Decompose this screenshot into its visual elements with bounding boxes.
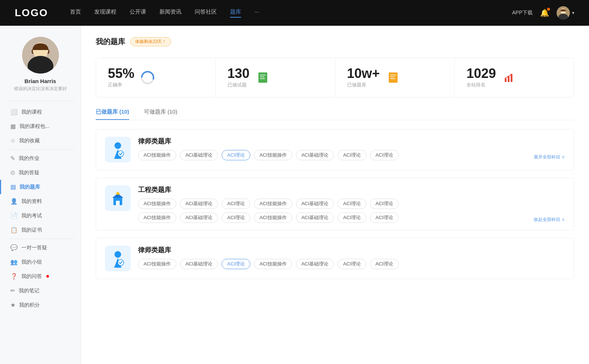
sidebar-item-label: 我的考试 (21, 213, 42, 219)
tag[interactable]: ACI技能操作 (138, 150, 176, 160)
sidebar-item-qa[interactable]: ⊙ 我的答疑 (0, 165, 81, 180)
stat-banks-number: 10w+ (347, 67, 380, 80)
nav-qa[interactable]: 问答社区 (195, 8, 217, 18)
svg-rect-24 (117, 192, 119, 195)
tag[interactable]: ACI理论 (338, 150, 366, 160)
sidebar-item-homework[interactable]: ✎ 我的作业 (0, 151, 81, 165)
tags-row-1: ACI技能操作 ACI基础理论 ACI理论 ACI技能操作 ACI基础理论 AC… (138, 150, 565, 160)
tag[interactable]: ACI技能操作 (138, 259, 176, 269)
nav-more[interactable]: ··· (254, 8, 259, 18)
tag[interactable]: ACI基础理论 (296, 150, 334, 160)
group-icon: 👥 (10, 258, 18, 265)
expand-link-1[interactable]: 展开全部科目 ∨ (534, 154, 565, 160)
nav-discover[interactable]: 发现课程 (94, 8, 116, 18)
nav-bank[interactable]: 题库 (230, 8, 241, 18)
pie-chart-icon (140, 70, 155, 85)
sidebar-item-label: 我的答疑 (19, 169, 39, 176)
qa-icon: ⊙ (10, 169, 15, 176)
nav-home[interactable]: 首页 (70, 8, 81, 18)
sidebar: Brian Harris 错误的决定比没有决定要好 ⬜ 我的课程 ▦ 我的课程包… (0, 26, 81, 364)
unread-dot (46, 275, 49, 278)
user-menu[interactable]: ▾ (557, 6, 574, 19)
tag[interactable]: ACI技能操作 (254, 213, 292, 223)
stats-row: 55% 正确率 130 已做试题 (96, 58, 574, 97)
tag[interactable]: ACI基础理论 (296, 259, 334, 269)
tag[interactable]: ACI理论 (370, 213, 399, 223)
tag[interactable]: ACI理论 (222, 199, 250, 209)
tag-selected[interactable]: ACI理论 (222, 259, 250, 269)
exam-icon: 📄 (10, 212, 18, 219)
trial-badge: 体验剩余23天！ (130, 37, 171, 46)
tag[interactable]: ACI基础理论 (180, 150, 218, 160)
nav-news[interactable]: 新闻资讯 (159, 8, 181, 18)
svg-point-21 (118, 151, 124, 157)
tab-done[interactable]: 已做题库 (10) (96, 108, 129, 120)
tag[interactable]: ACI基础理论 (180, 259, 218, 269)
tab-available[interactable]: 可做题库 (10) (144, 108, 177, 120)
cert-icon: 📋 (10, 226, 18, 233)
bank-section-2: 工程类题库 ACI技能操作 ACI基础理论 ACI理论 ACI技能操作 ACI基… (96, 178, 574, 231)
page-title: 我的题库 (96, 37, 125, 47)
sidebar-item-label: 我的问答 (21, 273, 42, 280)
navbar-right: APP下载 🔔 ▾ (512, 6, 574, 19)
svg-rect-14 (390, 75, 396, 75)
tag[interactable]: ACI技能操作 (138, 199, 176, 209)
profile-name: Brian Harris (7, 78, 73, 84)
tabs-row: 已做题库 (10) 可做题库 (10) (96, 108, 574, 120)
svg-rect-10 (260, 75, 266, 75)
bank-name-2: 工程类题库 (138, 185, 565, 194)
tag[interactable]: ACI基础理论 (180, 199, 218, 209)
sidebar-item-points[interactable]: ★ 我的积分 (0, 298, 81, 312)
tag[interactable]: ACI理论 (370, 259, 399, 269)
svg-point-8 (144, 74, 151, 81)
tag[interactable]: ACI理论 (338, 213, 366, 223)
bank-icon: ▤ (10, 183, 16, 190)
sidebar-item-course-package[interactable]: ▦ 我的课程包... (0, 119, 81, 133)
sidebar-item-course[interactable]: ⬜ 我的课程 (0, 105, 81, 119)
main-content: 我的题库 体验剩余23天！ 55% 正确率 (81, 26, 589, 364)
stat-questions-label: 已做试题 (228, 82, 250, 88)
sidebar-item-favorites[interactable]: ☆ 我的收藏 (0, 133, 81, 148)
tutoring-icon: 💬 (10, 244, 18, 251)
tag-selected[interactable]: ACI理论 (222, 150, 250, 160)
svg-rect-9 (258, 72, 267, 83)
star-icon: ☆ (10, 137, 15, 144)
tag[interactable]: ACI理论 (370, 150, 399, 160)
sidebar-item-profile[interactable]: 👤 我的资料 (0, 194, 81, 208)
bank-info-2: 工程类题库 ACI技能操作 ACI基础理论 ACI理论 ACI技能操作 ACI基… (138, 185, 565, 223)
chevron-down-icon: ▾ (572, 10, 574, 15)
svg-point-25 (114, 251, 121, 258)
questions-icon: ❓ (10, 273, 18, 280)
app-download-button[interactable]: APP下载 (512, 10, 533, 16)
tag[interactable]: ACI理论 (370, 199, 399, 209)
tag[interactable]: ACI技能操作 (254, 199, 292, 209)
sidebar-item-label: 我的课程包... (20, 123, 50, 130)
tag[interactable]: ACI理论 (338, 259, 366, 269)
sidebar-item-exam[interactable]: 📄 我的考试 (0, 208, 81, 223)
sidebar-item-bank[interactable]: ▤ 我的题库 (0, 180, 81, 194)
tag[interactable]: ACI理论 (222, 213, 250, 223)
tag[interactable]: ACI理论 (338, 199, 366, 209)
svg-rect-18 (508, 76, 509, 82)
svg-rect-15 (390, 76, 395, 77)
nav-open-course[interactable]: 公开课 (130, 8, 146, 18)
sidebar-item-questions[interactable]: ❓ 我的问答 (0, 269, 81, 283)
bank-info-1: 律师类题库 ACI技能操作 ACI基础理论 ACI理论 ACI技能操作 ACI基… (138, 137, 565, 160)
profile-motto: 错误的决定比没有决定要好 (7, 86, 73, 92)
sidebar-item-certificate[interactable]: 📋 我的证书 (0, 223, 81, 237)
stat-banks-label: 已做题库 (347, 82, 380, 88)
tag[interactable]: ACI基础理论 (296, 199, 334, 209)
sidebar-item-notes[interactable]: ✏ 我的笔记 (0, 283, 81, 298)
collapse-link-2[interactable]: 收起全部科目 ∧ (534, 217, 565, 223)
tag[interactable]: ACI技能操作 (254, 150, 292, 160)
notification-bell[interactable]: 🔔 (540, 8, 549, 17)
tag[interactable]: ACI基础理论 (180, 213, 218, 223)
profile-section: Brian Harris 错误的决定比没有决定要好 (0, 37, 81, 101)
sidebar-item-group[interactable]: 👥 我的小组 (0, 255, 81, 269)
tag[interactable]: ACI技能操作 (254, 259, 292, 269)
sidebar-item-label: 我的资料 (21, 198, 42, 205)
tag[interactable]: ACI基础理论 (296, 213, 334, 223)
tag[interactable]: ACI技能操作 (138, 213, 176, 223)
bank-icon-engineer (105, 185, 131, 211)
sidebar-item-tutoring[interactable]: 💬 一对一答疑 (0, 240, 81, 255)
